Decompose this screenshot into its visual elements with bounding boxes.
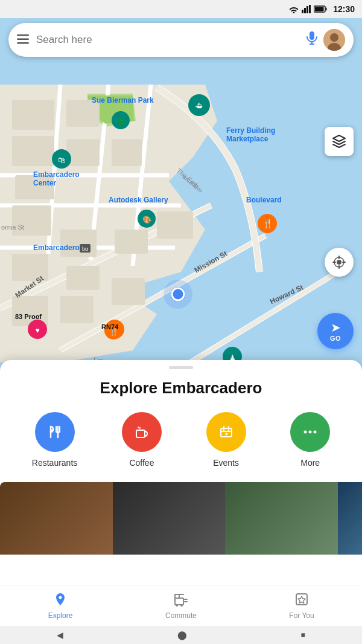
explore-icon: [53, 592, 68, 609]
svg-text:Autodesk Gallery: Autodesk Gallery: [109, 196, 168, 204]
svg-rect-85: [310, 31, 314, 40]
svg-text:🎨: 🎨: [142, 215, 151, 224]
svg-text:♥: ♥: [35, 326, 39, 335]
svg-point-106: [314, 431, 317, 434]
home-button[interactable]: ⬤: [177, 630, 187, 640]
svg-rect-32: [12, 254, 48, 281]
recent-button[interactable]: ■: [300, 631, 305, 639]
svg-point-111: [180, 604, 183, 607]
avatar[interactable]: [323, 29, 345, 51]
search-input[interactable]: [36, 34, 306, 46]
svg-rect-25: [12, 100, 54, 130]
map-container[interactable]: 🍴 🍴 ⛴ 🌲 🛍 🎨 ♟ ♥ 🍴 Sue Bierman Park Ferry…: [0, 0, 362, 387]
android-nav-bar: ◀ ⬤ ■: [0, 626, 362, 644]
category-coffee[interactable]: Coffee: [122, 412, 162, 468]
for-you-icon: [294, 592, 309, 609]
nav-commute[interactable]: Commute: [121, 587, 241, 625]
svg-rect-30: [112, 139, 142, 166]
for-you-nav-label: For You: [289, 611, 314, 620]
svg-rect-1: [304, 8, 306, 13]
preview-row: [0, 482, 362, 555]
category-restaurants[interactable]: Restaurants: [32, 412, 77, 468]
drag-handle[interactable]: [169, 366, 193, 369]
preview-card-4[interactable]: [338, 482, 362, 555]
svg-rect-26: [12, 136, 54, 166]
svg-point-110: [176, 604, 178, 607]
svg-text:83 Proof: 83 Proof: [15, 313, 42, 320]
location-button[interactable]: [325, 248, 354, 277]
preview-card-2[interactable]: [113, 482, 226, 555]
category-events[interactable]: ★ Events: [206, 412, 246, 468]
status-icons: 12:30: [288, 4, 355, 14]
coffee-label: Coffee: [129, 458, 154, 468]
svg-rect-36: [66, 266, 100, 290]
svg-text:ornia St: ornia St: [1, 224, 24, 231]
svg-rect-84: [17, 42, 29, 44]
svg-text:Center: Center: [33, 179, 56, 187]
events-label: Events: [213, 458, 239, 468]
svg-text:🍴: 🍴: [262, 219, 273, 229]
svg-point-95: [132, 422, 152, 442]
preview-card-3[interactable]: [225, 482, 338, 555]
svg-rect-39: [112, 278, 145, 305]
svg-text:Marketplace: Marketplace: [226, 135, 268, 143]
commute-icon: [173, 592, 189, 609]
category-grid: Restaurants Coffee: [0, 412, 362, 468]
search-bar[interactable]: [8, 23, 354, 57]
svg-text:🛍: 🛍: [58, 155, 66, 164]
microphone-icon[interactable]: [306, 31, 317, 48]
layer-toggle-button[interactable]: [325, 127, 354, 156]
nav-explore[interactable]: Explore: [0, 587, 121, 625]
events-icon-circle: ★: [206, 412, 246, 452]
svg-rect-35: [157, 211, 193, 239]
go-label: GO: [330, 335, 341, 342]
svg-point-104: [304, 431, 307, 434]
svg-text:Embarcadero: Embarcadero: [33, 170, 80, 179]
explore-nav-label: Explore: [48, 611, 73, 620]
svg-point-80: [337, 260, 341, 265]
bottom-nav: Explore Commute For You: [0, 585, 362, 626]
svg-rect-83: [17, 39, 29, 40]
svg-text:Boulevard: Boulevard: [246, 196, 282, 204]
svg-text:Sue Bierman Park: Sue Bierman Park: [92, 96, 154, 105]
battery-icon: [314, 5, 327, 13]
svg-point-105: [309, 431, 312, 434]
more-label: More: [300, 458, 320, 468]
svg-text:Ferry Building: Ferry Building: [226, 126, 275, 135]
svg-point-60: [172, 288, 184, 300]
nav-for-you[interactable]: For You: [241, 587, 362, 625]
svg-text:bα: bα: [82, 246, 88, 252]
svg-text:RN74: RN74: [101, 323, 119, 330]
svg-rect-29: [66, 139, 100, 166]
svg-rect-38: [60, 296, 94, 323]
svg-text:🌲: 🌲: [116, 117, 125, 126]
svg-text:★: ★: [224, 432, 229, 436]
svg-rect-31: [12, 205, 51, 236]
status-time: 12:30: [333, 4, 355, 14]
svg-text:⛴: ⛴: [195, 101, 203, 111]
svg-rect-34: [115, 230, 148, 254]
restaurants-label: Restaurants: [32, 458, 77, 468]
svg-rect-82: [17, 34, 29, 36]
more-icon-circle: [290, 412, 330, 452]
svg-point-91: [45, 422, 65, 442]
restaurants-icon-circle: [35, 412, 75, 452]
menu-icon[interactable]: [17, 34, 29, 46]
wifi-icon: [288, 5, 299, 13]
layers-icon: [332, 134, 346, 149]
go-button[interactable]: ➤ GO: [317, 313, 354, 349]
svg-rect-5: [326, 8, 327, 11]
svg-text:Embarcadero: Embarcadero: [33, 243, 80, 252]
svg-rect-6: [315, 7, 324, 11]
status-bar: 12:30: [0, 0, 362, 18]
location-icon: [332, 255, 346, 269]
svg-rect-2: [306, 6, 308, 13]
explore-title: Explore Embarcadero: [0, 379, 362, 398]
preview-card-1[interactable]: [0, 482, 113, 555]
go-arrow-icon: ➤: [331, 320, 341, 335]
bottom-sheet: Explore Embarcadero Restaurants: [0, 360, 362, 596]
signal-icon: [302, 5, 311, 13]
svg-rect-3: [309, 5, 311, 13]
category-more[interactable]: More: [290, 412, 330, 468]
back-button[interactable]: ◀: [57, 630, 63, 640]
